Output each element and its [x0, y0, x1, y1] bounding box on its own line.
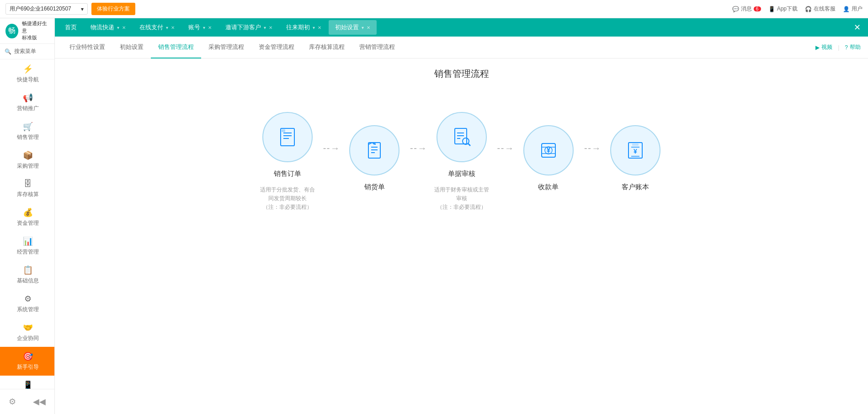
flow-arrow-1: - - →: [320, 143, 342, 154]
sub-tab-inventory-flow[interactable]: 库存核算流程: [302, 37, 352, 58]
money-icon: 💰: [23, 207, 33, 218]
nav-tab-account-label: 账号: [188, 23, 200, 32]
messages-label: 消息: [741, 5, 752, 13]
nav-tab-logistics-label: 物流快递: [91, 23, 114, 32]
customer-ledger-circle[interactable]: ¥: [610, 125, 660, 175]
sidebar-item-system-mgmt[interactable]: ⚙ 系统管理: [0, 289, 54, 318]
customer-ledger-label: 客户账本: [622, 183, 649, 191]
sub-tab-actions: ▶ 视频 | ? 帮助: [815, 43, 861, 51]
receipt-label: 收款单: [538, 183, 559, 191]
sidebar-item-finance-mgmt[interactable]: 💰 资金管理: [0, 203, 54, 232]
sidebar-item-operations-mgmt[interactable]: 📊 经营管理: [0, 232, 54, 260]
nav-tab-period-label: 往来期初: [286, 23, 310, 32]
user-selector[interactable]: 用户690企业1660120507 ▾: [5, 3, 88, 15]
sidebar-item-purchase-mgmt[interactable]: 📦 采购管理: [0, 146, 54, 175]
clipboard-icon: 📋: [23, 265, 33, 275]
sidebar-item-enterprise-collab[interactable]: 🤝 企业协同: [0, 318, 54, 347]
nav-tab-home[interactable]: 首页: [59, 20, 83, 35]
doc-review-label: 单据审核: [448, 170, 475, 178]
close-icon[interactable]: ✕: [318, 25, 321, 30]
close-icon[interactable]: ✕: [367, 25, 370, 30]
sidebar-item-inventory[interactable]: 🗄 库存核算: [0, 175, 54, 203]
content-area: 行业特性设置 初始设置 销售管理流程 采购管理流程 资金管理流程 库存核算流程 …: [55, 37, 868, 414]
app-download-btn[interactable]: 📱 App下载: [768, 5, 798, 13]
search-icon: 🔍: [5, 48, 11, 55]
nav-tab-invite-downstream[interactable]: 邀请下游客户 ▾ ✕: [219, 20, 279, 35]
flow-content: 销售管理流程 销售订单 适用于分批发货、有合同发货周期较长（注: [55, 58, 868, 414]
nav-tab-invite-label: 邀请下游客户: [225, 23, 261, 32]
sub-tab-finance-flow[interactable]: 资金管理流程: [251, 37, 302, 58]
sidebar-item-label: 营销推广: [17, 105, 39, 112]
user-selector-text: 用户690企业1660120507: [10, 5, 71, 13]
sidebar-search[interactable]: 🔍 搜索菜单: [0, 44, 54, 59]
sidebar-item-new-guide[interactable]: 🎯 新手引导: [0, 347, 54, 376]
sub-tab-purchase-flow[interactable]: 采购管理流程: [201, 37, 251, 58]
box-icon: 📦: [23, 150, 33, 160]
close-all-tabs-btn[interactable]: ✕: [850, 22, 864, 32]
sidebar-item-basic-info[interactable]: 📋 基础信息: [0, 260, 54, 289]
svg-rect-23: [632, 143, 639, 146]
video-action-btn[interactable]: ▶ 视频: [815, 43, 832, 51]
sub-tabs: 行业特性设置 初始设置 销售管理流程 采购管理流程 资金管理流程 库存核算流程 …: [55, 37, 868, 58]
close-icon[interactable]: ✕: [208, 25, 212, 30]
sidebar-bottom: ⚙ ◀◀: [0, 389, 54, 414]
help-action-btn[interactable]: ? 帮助: [845, 43, 861, 51]
sub-tab-initial-setup[interactable]: 初始设置: [112, 37, 151, 58]
svg-line-15: [468, 143, 470, 146]
nav-tab-online-pay[interactable]: 在线支付 ▾ ✕: [133, 20, 181, 35]
sidebar-settings-btn[interactable]: ⚙: [5, 393, 20, 410]
sales-invoice-circle[interactable]: [349, 125, 399, 175]
close-icon[interactable]: ✕: [171, 25, 175, 30]
nav-tab-logistics[interactable]: 物流快递 ▾ ✕: [84, 20, 132, 35]
close-icon[interactable]: ✕: [269, 25, 272, 30]
chevron-down-icon: ▾: [81, 6, 84, 12]
database-icon: 🗄: [24, 179, 32, 189]
sidebar-logo: 畅 畅捷通好生意 标准版: [0, 18, 54, 44]
sub-tab-industry-settings[interactable]: 行业特性设置: [62, 37, 112, 58]
sidebar: 畅 畅捷通好生意 标准版 🔍 搜索菜单 ⚡ 快捷导航 📢 营销推广 🛒 销售管理…: [0, 0, 55, 414]
sidebar-item-label: 基础信息: [17, 277, 39, 285]
logo-text: 畅捷通好生意 标准版: [22, 20, 49, 41]
user-avatar-btn[interactable]: 👤 用户: [843, 5, 863, 13]
flow-node-sales-order: 销售订单 适用于分批发货、有合同发货周期较长（注：非必要流程）: [256, 112, 320, 212]
nav-tab-account[interactable]: 账号 ▾ ✕: [182, 20, 218, 35]
sidebar-item-label: 新手引导: [17, 363, 39, 371]
cart-icon: 🛒: [23, 122, 33, 132]
chevron-down-icon: ▾: [362, 25, 364, 30]
collapse-icon: ◀◀: [33, 397, 46, 407]
doc-review-circle[interactable]: [437, 112, 487, 162]
target-icon: 🎯: [23, 351, 33, 361]
sidebar-item-quick-nav[interactable]: ⚡ 快捷导航: [0, 59, 54, 88]
sidebar-item-marketing-promo[interactable]: 📢 营销推广: [0, 88, 54, 117]
trial-btn[interactable]: 体验行业方案: [91, 3, 135, 15]
phone-icon: 📱: [768, 6, 775, 12]
sidebar-collapse-btn[interactable]: ◀◀: [29, 393, 49, 410]
messages-btn[interactable]: 💬 消息 6: [732, 5, 761, 13]
sub-tab-marketing-flow[interactable]: 营销管理流程: [352, 37, 402, 58]
receipt-circle[interactable]: ¥: [523, 125, 574, 175]
top-bar-left: 用户690企业1660120507 ▾ 体验行业方案: [5, 3, 135, 15]
nav-tab-initial-label: 初始设置: [335, 23, 359, 32]
nav-tab-period-init[interactable]: 往来期初 ▾ ✕: [280, 20, 328, 35]
user-name-label: 用户: [852, 5, 863, 13]
chart-icon: 📊: [23, 236, 33, 246]
sidebar-item-label: 资金管理: [17, 219, 39, 227]
close-icon[interactable]: ✕: [122, 25, 126, 30]
sales-order-label: 销售订单: [274, 170, 301, 178]
flow-title: 销售管理流程: [64, 68, 859, 80]
sidebar-item-label: 经营管理: [17, 248, 39, 256]
nav-tab-initial-setup[interactable]: 初始设置 ▾ ✕: [329, 20, 377, 35]
svg-point-9: [373, 142, 376, 145]
sub-tab-sales-flow[interactable]: 销售管理流程: [151, 37, 201, 58]
sales-order-circle[interactable]: [262, 112, 313, 162]
sidebar-item-sales-mgmt[interactable]: 🛒 销售管理: [0, 117, 54, 146]
sidebar-item-app-center[interactable]: 📱 应用中心: [0, 376, 54, 389]
flow-node-sales-invoice: 销货单: [342, 125, 406, 199]
top-bar-right: 💬 消息 6 📱 App下载 🎧 在线客服 👤 用户: [732, 5, 863, 13]
online-service-btn[interactable]: 🎧 在线客服: [805, 5, 836, 13]
logo-icon: 畅: [5, 24, 18, 38]
nav-tabs: 首页 物流快递 ▾ ✕ 在线支付 ▾ ✕ 账号 ▾ ✕ 邀请下游客户 ▾ ✕ 往…: [55, 18, 868, 37]
sidebar-nav: ⚡ 快捷导航 📢 营销推广 🛒 销售管理 📦 采购管理 🗄 库存核算 💰 资金管…: [0, 59, 54, 389]
handshake-icon: 🤝: [23, 323, 33, 333]
sales-invoice-label: 销货单: [364, 183, 385, 191]
